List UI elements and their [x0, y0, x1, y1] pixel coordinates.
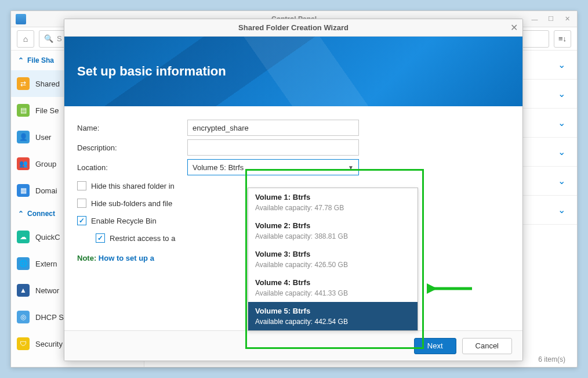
- description-input[interactable]: [187, 139, 359, 156]
- group-icon: 👥: [17, 157, 30, 170]
- restrict-access-label: Restrict access to a: [110, 234, 175, 243]
- restrict-access-checkbox[interactable]: [96, 233, 105, 243]
- wizard-heading: Set up basic information: [77, 64, 226, 79]
- domain-icon: ▦: [17, 184, 30, 197]
- chevron-down-icon: ⌄: [558, 117, 565, 128]
- wizard-title: Shared Folder Creation Wizard: [238, 23, 349, 32]
- note-link[interactable]: How to set up a: [99, 254, 154, 262]
- cancel-button[interactable]: Cancel: [462, 338, 512, 354]
- location-selected-value: Volume 5: Btrfs: [193, 163, 244, 172]
- enable-recycle-bin-checkbox[interactable]: [77, 216, 86, 225]
- volume-option-3[interactable]: Volume 3: Btrfs Available capacity: 426.…: [248, 245, 418, 273]
- hide-subfolders-label: Hide sub-folders and file: [91, 199, 172, 208]
- chevron-down-icon: ⌄: [558, 204, 565, 215]
- description-label: Description:: [77, 143, 187, 152]
- user-icon: 👤: [17, 131, 30, 143]
- item-count: 6 item(s): [538, 355, 565, 363]
- annotation-arrow-icon: [427, 282, 473, 296]
- enable-recycle-bin-label: Enable Recycle Bin: [91, 217, 157, 225]
- next-button[interactable]: Next: [414, 338, 456, 354]
- app-icon: [16, 14, 26, 24]
- name-input[interactable]: [187, 120, 359, 136]
- shield-icon: 🛡: [17, 337, 30, 350]
- chevron-up-icon: ⌃: [18, 210, 24, 218]
- location-select[interactable]: Volume 5: Btrfs ▼: [187, 159, 359, 175]
- hide-folder-label: Hide this shared folder in: [91, 182, 175, 190]
- shared-folder-icon: ⇄: [17, 77, 30, 90]
- sort-icon: ≡↓: [558, 34, 567, 43]
- volume-option-4[interactable]: Volume 4: Btrfs Available capacity: 441.…: [248, 273, 418, 302]
- wizard-titlebar: Shared Folder Creation Wizard ✕: [64, 19, 522, 37]
- search-placeholder: S: [57, 34, 62, 43]
- chevron-down-icon: ⌄: [558, 146, 565, 157]
- close-icon[interactable]: ✕: [510, 22, 518, 33]
- location-dropdown-list: Volume 1: Btrfs Available capacity: 47.7…: [248, 188, 418, 331]
- sort-button[interactable]: ≡↓: [554, 30, 571, 48]
- name-label: Name:: [77, 124, 187, 132]
- external-icon: 🌐: [17, 257, 30, 270]
- shared-folder-wizard: Shared Folder Creation Wizard ✕ Set up b…: [64, 19, 523, 361]
- network-icon: ▲: [17, 284, 30, 297]
- chevron-up-icon: ⌃: [18, 56, 24, 64]
- search-icon: 🔍: [44, 34, 53, 43]
- location-label: Location:: [77, 163, 187, 172]
- maximize-icon[interactable]: ☐: [543, 14, 558, 24]
- chevron-down-icon: ▼: [348, 164, 354, 171]
- volume-option-5[interactable]: Volume 5: Btrfs Available capacity: 442.…: [248, 302, 418, 330]
- home-icon: ⌂: [23, 34, 28, 44]
- minimize-icon[interactable]: —: [527, 14, 542, 24]
- chevron-down-icon: ⌄: [558, 59, 565, 70]
- dhcp-icon: ◎: [17, 311, 30, 323]
- hide-subfolders-checkbox[interactable]: [77, 199, 86, 208]
- chevron-down-icon: ⌄: [558, 175, 565, 186]
- volume-option-1[interactable]: Volume 1: Btrfs Available capacity: 47.7…: [248, 188, 418, 217]
- volume-option-2[interactable]: Volume 2: Btrfs Available capacity: 388.…: [248, 217, 418, 245]
- close-icon[interactable]: ✕: [560, 14, 575, 24]
- chevron-down-icon: ⌄: [558, 88, 565, 99]
- quickconnect-icon: ☁: [17, 231, 30, 243]
- file-services-icon: ▤: [17, 104, 30, 117]
- wizard-footer: Next Cancel: [64, 330, 522, 361]
- home-button[interactable]: ⌂: [17, 30, 34, 48]
- hide-folder-checkbox[interactable]: [77, 181, 86, 190]
- wizard-banner: Set up basic information: [64, 37, 522, 106]
